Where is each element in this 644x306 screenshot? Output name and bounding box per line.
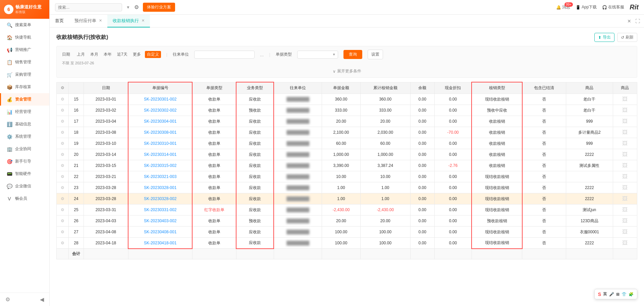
row-settings-icon[interactable]: ⚙ — [61, 196, 64, 201]
row-settings-icon[interactable]: ⚙ — [61, 152, 64, 157]
row-settings-icon[interactable]: ⚙ — [61, 207, 64, 212]
row-settings-icon[interactable]: ⚙ — [61, 241, 64, 245]
row-voucher-no-7[interactable]: SK-20230321-003 — [128, 171, 192, 182]
row-settings-7[interactable]: ⚙ — [57, 171, 69, 182]
partner-filter-input[interactable] — [194, 51, 255, 59]
voucher-no-link-5[interactable]: SK-20230314-001 — [144, 152, 176, 157]
online-service-button[interactable]: 🎧 在线客服 — [602, 4, 624, 10]
row-settings-4[interactable]: ⚙ — [57, 138, 69, 149]
row-settings-icon[interactable]: ⚙ — [61, 230, 64, 234]
row-voucher-no-8[interactable]: SK-20230328-001 — [128, 182, 192, 193]
row-settings-9[interactable]: ⚙ — [57, 193, 69, 204]
row-voucher-no-5[interactable]: SK-20230314-001 — [128, 149, 192, 160]
sidebar-item-inventory[interactable]: 📦库存核算 — [0, 81, 49, 93]
row-settings-6[interactable]: ⚙ — [57, 160, 69, 171]
row-voucher-no-0[interactable]: SK-20230301-002 — [128, 94, 192, 105]
voucher-no-link-10[interactable]: SK-20230331-002 — [144, 207, 176, 212]
sidebar-item-operations[interactable]: 📊经营管理 — [0, 106, 49, 118]
shirt-icon[interactable]: 👕 — [622, 292, 627, 297]
sidebar-item-search-menu[interactable]: 🔍搜索菜单 — [0, 19, 49, 31]
voucher-no-link-2[interactable]: SK-20230304-001 — [144, 119, 176, 124]
row-settings-icon[interactable]: ⚙ — [61, 108, 64, 113]
app-download-button[interactable]: 📱 App下载 — [576, 4, 597, 10]
row-settings-icon[interactable]: ⚙ — [61, 174, 64, 179]
sidebar-item-member[interactable]: V畅会员 — [0, 192, 49, 205]
tab-collection-tab[interactable]: 收款核销执行✕ — [107, 15, 150, 27]
voucher-no-link-12[interactable]: SK-20230408-001 — [144, 230, 176, 234]
last-month-btn[interactable]: 上月 — [75, 51, 86, 58]
row-voucher-no-6[interactable]: SK-20230315-002 — [128, 160, 192, 171]
row-settings-12[interactable]: ⚙ — [57, 227, 69, 238]
table-settings-icon[interactable]: ⚙ — [61, 85, 64, 90]
sidebar-item-purchase[interactable]: 🛒采购管理 — [0, 68, 49, 81]
row-settings-8[interactable]: ⚙ — [57, 182, 69, 193]
sidebar-item-system[interactable]: ⚙️系统管理 — [0, 130, 49, 143]
row-settings-0[interactable]: ⚙ — [57, 94, 69, 105]
voucher-no-link-8[interactable]: SK-20230328-001 — [144, 185, 176, 190]
row-settings-icon[interactable]: ⚙ — [61, 119, 64, 124]
message-button[interactable]: 🔔 消息 99+ — [556, 4, 570, 10]
voucher-no-link-9[interactable]: SK-20230328-002 — [144, 196, 176, 201]
maximize-button[interactable]: ⛶ — [634, 17, 641, 25]
filter-settings-button[interactable]: 设置 — [368, 50, 383, 59]
row-voucher-no-12[interactable]: SK-20230408-001 — [128, 227, 192, 238]
tab-prepay-tab[interactable]: 预付应付单✕ — [69, 15, 107, 27]
row-settings-11[interactable]: ⚙ — [57, 216, 69, 227]
voucher-no-link-4[interactable]: SK-20230310-001 — [144, 141, 176, 146]
tab-close-collection-tab[interactable]: ✕ — [142, 18, 145, 23]
row-settings-icon[interactable]: ⚙ — [61, 219, 64, 223]
voucher-no-link-7[interactable]: SK-20230321-003 — [144, 174, 176, 179]
sidebar-item-hardware[interactable]: 📟智能硬件 — [0, 168, 49, 180]
voucher-no-link-0[interactable]: SK-20230301-002 — [144, 97, 176, 102]
sidebar-item-guide[interactable]: 🎯新手引导 — [0, 155, 49, 168]
row-settings-1[interactable]: ⚙ — [57, 105, 69, 116]
this-month-btn[interactable]: 本月 — [89, 51, 100, 58]
row-voucher-no-2[interactable]: SK-20230304-001 — [128, 116, 192, 127]
sidebar-item-sales[interactable]: 📋销售管理 — [0, 56, 49, 68]
last-7-days-btn[interactable]: 近7天 — [116, 51, 129, 58]
row-settings-icon[interactable]: ⚙ — [61, 130, 64, 135]
topbar-chevron-icon[interactable]: ▼ — [126, 5, 130, 10]
voucher-type-select[interactable] — [298, 51, 338, 58]
row-voucher-no-13[interactable]: SK-20230418-001 — [128, 238, 192, 249]
collapse-icon[interactable]: ◀ — [40, 296, 44, 303]
topbar-search-input[interactable] — [55, 3, 122, 11]
grid-icon[interactable]: ⊞ — [616, 292, 620, 297]
row-settings-icon[interactable]: ⚙ — [61, 97, 64, 102]
row-voucher-no-3[interactable]: SK-20230308-001 — [128, 127, 192, 138]
export-button[interactable]: ⬆ 导出 — [594, 33, 614, 42]
voucher-no-link-6[interactable]: SK-20230315-002 — [144, 163, 176, 168]
row-settings-13[interactable]: ⚙ — [57, 238, 69, 249]
close-tab-button[interactable]: ✕ — [626, 17, 633, 25]
voucher-no-link-1[interactable]: SK-20230302-002 — [144, 108, 176, 113]
col-header-settings[interactable]: ⚙ — [57, 82, 69, 94]
row-voucher-no-4[interactable]: SK-20230310-001 — [128, 138, 192, 149]
row-settings-10[interactable]: ⚙ — [57, 204, 69, 216]
row-voucher-no-9[interactable]: SK-20230328-002 — [128, 193, 192, 204]
sidebar-item-marketing[interactable]: 📢营销推广 — [0, 44, 49, 56]
tab-home[interactable]: 首页 — [50, 15, 69, 27]
sidebar-item-corp[interactable]: 🏢企业协同 — [0, 143, 49, 155]
voucher-no-link-3[interactable]: SK-20230308-001 — [144, 130, 176, 135]
voucher-no-link-13[interactable]: SK-20230418-001 — [144, 241, 176, 245]
row-settings-3[interactable]: ⚙ — [57, 127, 69, 138]
sidebar-item-wechat[interactable]: 💬企业微信 — [0, 180, 49, 192]
row-voucher-no-10[interactable]: SK-20230331-002 — [128, 204, 192, 216]
sidebar-item-base-info[interactable]: ℹ️基础信息 — [0, 118, 49, 130]
row-settings-5[interactable]: ⚙ — [57, 149, 69, 160]
topbar-gear-icon[interactable]: ⚙ — [134, 4, 139, 10]
row-settings-2[interactable]: ⚙ — [57, 116, 69, 127]
sidebar-item-quick-nav[interactable]: 🏠快捷导航 — [0, 31, 49, 44]
voucher-no-link-11[interactable]: SK-20230403-002 — [144, 219, 176, 223]
tab-close-prepay-tab[interactable]: ✕ — [99, 18, 102, 23]
row-settings-icon[interactable]: ⚙ — [61, 141, 64, 146]
custom-date-btn[interactable]: 自定义 — [145, 51, 161, 58]
refresh-button[interactable]: ↺ 刷新 — [617, 33, 637, 42]
mic-icon[interactable]: 🎤 — [609, 292, 614, 297]
row-voucher-no-1[interactable]: SK-20230302-002 — [128, 105, 192, 116]
sidebar-item-finance[interactable]: 💰资金管理 — [0, 93, 49, 106]
row-voucher-no-11[interactable]: SK-20230403-002 — [128, 216, 192, 227]
industry-solution-button[interactable]: 体验行业方案 — [143, 3, 175, 12]
this-year-btn[interactable]: 本年 — [102, 51, 113, 58]
settings-footer-icon[interactable]: ⚙ — [5, 296, 10, 303]
